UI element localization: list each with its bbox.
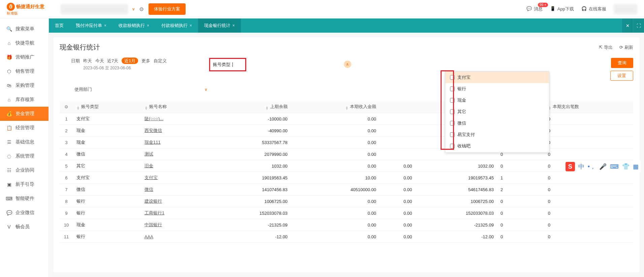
table-config-header[interactable]: ⚙: [60, 101, 73, 113]
messages-link[interactable]: 💬 消息 99 +: [526, 6, 543, 12]
close-icon[interactable]: ×: [232, 23, 235, 28]
sidebar-item[interactable]: ☷企业协同: [0, 163, 49, 177]
sidebar-item[interactable]: ⌂快捷导航: [0, 36, 49, 50]
collapse-toggle-icon[interactable]: ∧: [344, 61, 351, 68]
cell-name[interactable]: 测试: [141, 148, 209, 160]
sidebar-label: 基础信息: [15, 139, 34, 145]
cell-name[interactable]: 中国银行: [141, 219, 209, 231]
dropdown-label: 现金: [457, 97, 466, 103]
table-row: 5其它旧金1032.000.000.001032.0000: [60, 160, 633, 172]
date-opt-custom[interactable]: 自定义: [154, 58, 167, 63]
close-icon[interactable]: ×: [147, 23, 149, 28]
close-icon[interactable]: ×: [190, 23, 192, 28]
sidebar-item[interactable]: ☰基础信息: [0, 135, 49, 149]
sidebar-item[interactable]: 🎁营销推广: [0, 50, 49, 64]
sidebar-item[interactable]: ⌨智能硬件: [0, 192, 49, 206]
user-avatar-blur[interactable]: [614, 4, 637, 14]
settings-button[interactable]: 设置: [610, 71, 633, 81]
cell-name[interactable]: 现金111: [141, 137, 209, 148]
dropdown-item[interactable]: 易宝支付: [445, 129, 549, 140]
dropdown-checkbox[interactable]: [450, 75, 455, 80]
date-opt-today[interactable]: 今天: [95, 58, 104, 63]
ime-logo-icon[interactable]: S: [566, 162, 575, 171]
col-count2[interactable]: 本期支出笔数: [545, 101, 633, 113]
col-prev[interactable]: 上期余额: [209, 101, 291, 113]
sidebar-item[interactable]: V畅会员: [0, 220, 49, 234]
dropdown-item[interactable]: 微信: [445, 117, 549, 129]
col-name[interactable]: 账号名称: [141, 101, 209, 113]
dropdown-checkbox[interactable]: [450, 109, 455, 114]
cell-name[interactable]: 微信: [141, 184, 209, 196]
dropdown-checkbox[interactable]: [450, 132, 455, 137]
dropdown-item[interactable]: 银行: [445, 83, 549, 95]
tab[interactable]: 现金银行统计×: [198, 19, 241, 33]
dropdown-checkbox[interactable]: [450, 144, 455, 148]
col-inc[interactable]: 本期收入金额: [291, 101, 380, 113]
tab-label: 付款核销执行: [161, 23, 188, 29]
col-type[interactable]: 账号类型: [73, 101, 141, 113]
date-opt-1m[interactable]: 近1月: [122, 58, 138, 64]
org-selector-blur[interactable]: [61, 4, 128, 14]
dropdown-checkbox[interactable]: [450, 86, 455, 91]
sidebar-item[interactable]: 💬企业微信: [0, 206, 49, 220]
sidebar-item[interactable]: 📋经营管理: [0, 121, 49, 135]
ime-lang[interactable]: 中: [578, 163, 584, 171]
dropdown-checkbox[interactable]: [450, 121, 455, 126]
search-button[interactable]: 查询: [611, 58, 633, 68]
chevron-down-icon[interactable]: ∨: [204, 87, 207, 92]
date-opt-more[interactable]: 更多: [141, 58, 150, 63]
ime-mic-icon[interactable]: 🎤: [599, 163, 607, 170]
cell-name[interactable]: AAA: [141, 231, 209, 243]
ime-grid-icon[interactable]: ▦: [633, 163, 639, 170]
chevron-down-icon[interactable]: ∨: [132, 7, 135, 11]
dropdown-checkbox[interactable]: [450, 98, 455, 103]
app-download-link[interactable]: 📱 App下载: [550, 6, 574, 12]
dept-input[interactable]: [95, 85, 203, 94]
dropdown-item[interactable]: 现金: [445, 95, 549, 106]
sidebar-item[interactable]: ◌系统管理: [0, 149, 49, 163]
tab[interactable]: 付款核销执行×: [155, 19, 198, 33]
date-quick-options: 昨天 今天 近7天 近1月 更多 自定义: [83, 58, 169, 64]
tab[interactable]: 收款核销执行×: [112, 19, 155, 33]
dropdown-item[interactable]: 收钱吧: [445, 140, 549, 152]
ime-skin-icon[interactable]: 👕: [622, 163, 630, 170]
cell-name[interactable]: 旧金: [141, 160, 209, 172]
row-index: 1: [60, 113, 73, 125]
close-icon[interactable]: ×: [104, 23, 106, 28]
ime-punct-icon[interactable]: •，: [588, 163, 596, 171]
tab-close-button[interactable]: ✕: [622, 19, 633, 33]
date-opt-yesterday[interactable]: 昨天: [83, 58, 92, 63]
gear-icon[interactable]: ⚙: [139, 6, 144, 12]
sidebar-item[interactable]: 🔍搜索菜单: [0, 22, 49, 36]
cell-prev: -21325.09: [209, 219, 291, 231]
customer-service-link[interactable]: 🎧 在线客服: [581, 6, 606, 12]
chat-icon: 💬: [526, 6, 533, 12]
dropdown-item[interactable]: 长沙银行: [445, 152, 549, 152]
refresh-button[interactable]: ⟳刷新: [619, 44, 633, 50]
cell-name[interactable]: 西安微信: [141, 125, 209, 137]
try-plan-button[interactable]: 体验行业方案: [149, 3, 186, 15]
dropdown-label: 支付宝: [457, 74, 471, 80]
dropdown-item[interactable]: 其它: [445, 106, 549, 117]
cell-name[interactable]: 工商银行1: [141, 207, 209, 219]
ime-keyboard-icon[interactable]: ⌨: [610, 163, 619, 170]
date-opt-7d[interactable]: 近7天: [107, 58, 118, 63]
cell-name[interactable]: 支付宝: [141, 172, 209, 184]
sidebar-label: 资金管理: [15, 111, 34, 117]
export-button[interactable]: ⇱导出: [599, 44, 613, 50]
dropdown-item[interactable]: 支付宝: [445, 72, 549, 83]
tab[interactable]: 预付冲应付单×: [70, 19, 112, 33]
sidebar-item[interactable]: ⌂库存核算: [0, 93, 49, 107]
cell-out: 0.00: [380, 184, 416, 196]
cell-out: 0.00: [380, 231, 416, 243]
cell-name[interactable]: 建设银行: [141, 196, 209, 207]
account-type-input[interactable]: [247, 59, 348, 69]
tab-expand-button[interactable]: ⛶: [633, 19, 644, 33]
dept-label: 使用部门: [60, 86, 92, 93]
cell-name[interactable]: 陡(○○○)...: [141, 113, 209, 125]
tab[interactable]: 首页: [49, 19, 70, 33]
sidebar-item[interactable]: ⬡销售管理: [0, 64, 49, 78]
sidebar-item[interactable]: 💰资金管理: [0, 107, 49, 121]
sidebar-item[interactable]: 🛍采购管理: [0, 78, 49, 93]
sidebar-item[interactable]: ▣新手引导: [0, 177, 49, 192]
